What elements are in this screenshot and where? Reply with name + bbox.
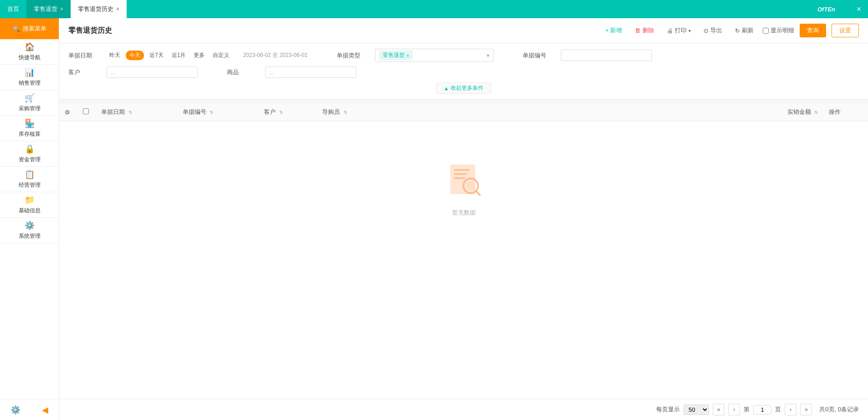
settings-button[interactable]: 设置: [832, 24, 859, 37]
pagination-bar: 每页显示 20 50 100 « ‹ 第 页 › » 共0页, 0条记录: [59, 399, 868, 420]
svg-line-5: [476, 191, 480, 195]
guide-sort-icon[interactable]: ⇅: [344, 110, 347, 115]
type-select[interactable]: 零售退货 × ▾: [375, 49, 493, 62]
show-detail-label: 显示明细: [770, 26, 794, 35]
svg-rect-1: [454, 169, 470, 171]
show-detail-checkbox[interactable]: [763, 28, 769, 34]
code-input[interactable]: [561, 50, 652, 61]
sidebar-search[interactable]: 🔍 搜索菜单: [0, 18, 59, 39]
empty-state-icon: [441, 158, 487, 203]
total-text: 共0页, 0条记录: [819, 405, 859, 414]
print-button[interactable]: 🖨 🖨 打印 打印 ▾: [663, 25, 694, 36]
col-customer: 客户 ⇅: [258, 103, 317, 121]
col-setting[interactable]: ⚙: [59, 103, 77, 121]
date-opt-1month[interactable]: 近1月: [169, 51, 189, 60]
last-page-icon: »: [805, 406, 808, 413]
sidebar-item-inventory[interactable]: 🏪 库存核算: [0, 116, 59, 141]
customer-label: 客户: [68, 68, 96, 77]
sidebar-item-quick-nav[interactable]: 🏠 快捷导航: [0, 39, 59, 65]
date-opt-7days[interactable]: 近7天: [147, 51, 166, 60]
next-page-icon: ›: [790, 406, 791, 413]
sidebar-item-finance[interactable]: 🔒 资金管理: [0, 141, 59, 167]
new-button[interactable]: + 新增: [601, 25, 626, 36]
svg-rect-2: [454, 173, 467, 175]
date-label: 单据日期: [68, 51, 96, 60]
table-body: 暂无数据: [59, 121, 868, 254]
customer-placeholder: ...: [111, 69, 194, 76]
operations-icon: 📋: [25, 169, 35, 179]
data-table: ⚙ 单据日期 ⇅ 单据编号 ⇅ 客户: [59, 103, 868, 253]
retail-return-history-tab-label: 零售退货历史: [78, 5, 113, 13]
col-amount: 实销金额 ⇅: [742, 103, 824, 121]
refresh-icon: ↻: [735, 27, 740, 34]
svg-rect-3: [454, 177, 465, 179]
retail-return-history-tab-close[interactable]: ×: [116, 6, 119, 12]
sidebar-item-label: 经营管理: [19, 181, 41, 189]
sidebar-item-sales-mgmt[interactable]: 📊 销售管理: [0, 65, 59, 90]
last-page-button[interactable]: »: [800, 404, 812, 415]
page-size-label: 每页显示: [656, 405, 680, 414]
table-container: ⚙ 单据日期 ⇅ 单据编号 ⇅ 客户: [59, 103, 868, 399]
customer-sort-icon[interactable]: ⇅: [279, 110, 283, 115]
retail-return-tab-label: 零售退货: [34, 5, 57, 13]
type-tag-close[interactable]: ×: [406, 53, 409, 58]
retail-return-tab-close[interactable]: ×: [60, 6, 63, 12]
header-actions: + 新增 🗑 删除 🖨 🖨 打印 打印 ▾ ⊙ 导出 ↻ 刷新: [601, 24, 859, 37]
amount-sort-icon[interactable]: ⇅: [814, 110, 818, 115]
sidebar-settings-btn[interactable]: ⚙️: [10, 405, 21, 415]
col-guide: 导购员 ⇅: [317, 103, 386, 121]
code-sort-icon[interactable]: ⇅: [210, 110, 213, 115]
show-detail-wrap: 显示明细: [763, 26, 794, 35]
prev-page-button[interactable]: ‹: [728, 404, 740, 415]
query-button[interactable]: 查询: [800, 24, 826, 37]
search-icon: 🔍: [13, 26, 20, 32]
collapse-button[interactable]: ▲ 收起更多条件: [436, 82, 492, 94]
tab-retail-return-history[interactable]: 零售退货历史 ×: [71, 0, 127, 18]
select-all-checkbox[interactable]: [83, 108, 89, 114]
sidebar-item-label: 系统管理: [19, 232, 41, 240]
window-close-button[interactable]: ×: [850, 0, 868, 18]
tab-retail-return[interactable]: 零售退货 ×: [26, 0, 71, 18]
tab-home[interactable]: 首页: [0, 0, 26, 18]
brand-text: OfTEn: [817, 6, 835, 13]
print-icon: 🖨: [667, 27, 673, 34]
filter-row-1: 单据日期 昨天 今天 近7天 近1月 更多 自定义 2023-06-02 至 2…: [68, 49, 859, 62]
col-spacer: [387, 103, 742, 121]
page-no-label: 第: [744, 405, 750, 414]
date-options: 昨天 今天 近7天 近1月 更多 自定义: [107, 51, 232, 60]
filter-row-2: 客户 ... 商品 ...: [68, 67, 859, 78]
goods-select[interactable]: ...: [265, 67, 356, 78]
col-check[interactable]: [77, 103, 96, 121]
date-opt-today[interactable]: 今天: [126, 51, 144, 60]
delete-button[interactable]: 🗑 删除: [631, 25, 658, 36]
date-opt-more[interactable]: 更多: [191, 51, 207, 60]
sidebar-item-base-info[interactable]: 📁 基础信息: [0, 192, 59, 218]
page-title: 零售退货历史: [68, 26, 112, 36]
first-page-button[interactable]: «: [713, 404, 724, 415]
page-header: 零售退货历史 + 新增 🗑 删除 🖨 🖨 打印 打印 ▾ ⊙ 导出 ↻ 刷新: [59, 18, 868, 43]
sidebar-item-system-mgmt[interactable]: ⚙️ 系统管理: [0, 218, 59, 243]
sidebar-item-label: 资金管理: [19, 156, 41, 164]
sidebar-collapse-btn[interactable]: ◀: [42, 405, 48, 415]
sidebar-item-operations[interactable]: 📋 经营管理: [0, 167, 59, 192]
quick-nav-icon: 🏠: [25, 42, 35, 52]
sidebar: 🔍 搜索菜单 🏠 快捷导航 📊 销售管理 🛒 采购管理 🏪 库存核算 🔒 资金管…: [0, 18, 59, 420]
date-sort-icon[interactable]: ⇅: [128, 110, 132, 115]
date-opt-yesterday[interactable]: 昨天: [107, 51, 123, 60]
refresh-button[interactable]: ↻ 刷新: [731, 25, 757, 36]
sidebar-item-label: 销售管理: [19, 79, 41, 87]
page-number-input[interactable]: [753, 405, 771, 415]
customer-select[interactable]: ...: [107, 67, 198, 78]
goods-label: 商品: [227, 68, 254, 77]
svg-point-6: [466, 181, 475, 190]
date-opt-custom[interactable]: 自定义: [210, 51, 232, 60]
next-page-button[interactable]: ›: [785, 404, 796, 415]
home-tab-label: 首页: [7, 5, 19, 13]
export-button[interactable]: ⊙ 导出: [700, 25, 726, 36]
purchase-mgmt-icon: 🛒: [25, 93, 35, 103]
base-info-icon: 📁: [25, 195, 35, 205]
type-dropdown-icon: ▾: [487, 52, 489, 59]
sales-mgmt-icon: 📊: [25, 67, 35, 77]
page-size-select[interactable]: 20 50 100: [683, 405, 709, 415]
sidebar-item-purchase-mgmt[interactable]: 🛒 采购管理: [0, 90, 59, 116]
